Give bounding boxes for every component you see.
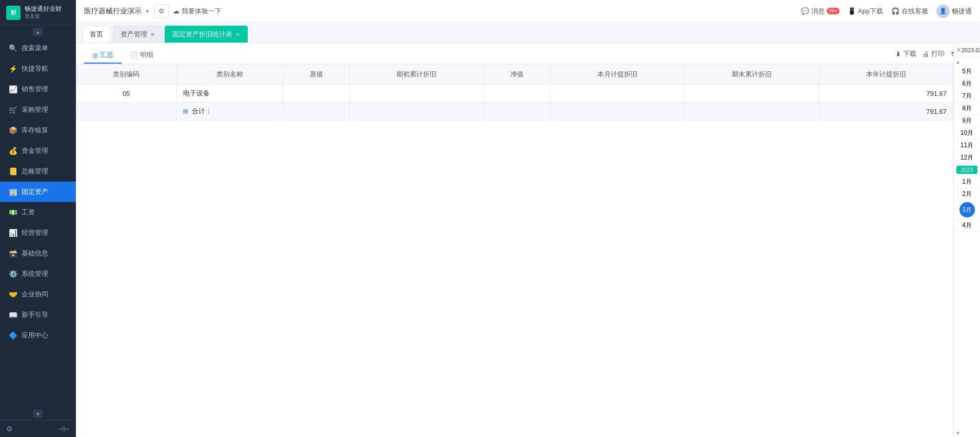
customer-service-button[interactable]: 🎧 在线客服 (891, 7, 928, 16)
sidebar-item-label: 销售管理 (22, 85, 48, 94)
total-annual-depr: 791.67 (819, 103, 953, 121)
sidebar-item-label: 基础信息 (22, 249, 48, 258)
cell-name: 电子设备 (176, 85, 283, 103)
app-logo-text: 畅捷通好业财 (25, 5, 62, 13)
sidebar-item-guide[interactable]: 📖 新手引导 (0, 305, 76, 325)
sidebar-item-management[interactable]: 📊 经营管理 (0, 223, 76, 243)
headset-icon: 🎧 (891, 7, 899, 15)
col-header-code: 类别编码 (76, 65, 177, 85)
topbar-gear-button[interactable]: ⚙ (154, 4, 169, 18)
sidebar-item-salary[interactable]: 💵 工资 (0, 202, 76, 223)
print-button[interactable]: 🖨 打印 (923, 49, 945, 58)
current-month-badge[interactable]: 3月 (959, 202, 975, 217)
sidebar-item-purchase[interactable]: 🛒 采购管理 (0, 100, 76, 120)
date-month-12[interactable]: 12月 (954, 152, 980, 164)
sidebar-item-label: 系统管理 (22, 269, 48, 279)
notification-button[interactable]: 💬 消息 99+ (801, 7, 839, 16)
sidebar-item-apps[interactable]: 🔷 应用中心 (0, 325, 76, 346)
notification-icon: 💬 (801, 7, 809, 15)
sidebar-item-search[interactable]: 🔍 搜索菜单 (0, 38, 76, 58)
date-month-8[interactable]: 8月 (954, 103, 980, 115)
topbar: 医疗器械行业演示 ▼ ⚙ ☁ 我要体验一下 💬 消息 99+ 📱 App下载 (76, 0, 980, 23)
total-end-accum (685, 103, 819, 121)
date-month-11[interactable]: 11月 (954, 140, 980, 152)
guide-icon: 📖 (8, 310, 17, 320)
date-month-10[interactable]: 10月 (954, 127, 980, 140)
sidebar-item-label: 搜索菜单 (22, 44, 48, 53)
sidebar-item-label: 应用中心 (22, 331, 48, 340)
experience-button[interactable]: ☁ 我要体验一下 (173, 7, 222, 16)
sidebar-item-label: 经营管理 (22, 228, 48, 237)
app-download-label: App下载 (858, 7, 883, 16)
user-name: 畅捷通 (952, 7, 972, 16)
inventory-icon: 📦 (8, 126, 17, 135)
app-download-button[interactable]: 📱 App下载 (848, 7, 883, 16)
col-header-annual-depr: 本年计提折旧 (819, 65, 953, 85)
sub-tabs: ◎ 汇总 📄 明细 ⬇ 下载 🖨 打印 ↻ (76, 43, 980, 64)
date-panel: ✕ 2023.03 ⤢ ▲ 5月 6月 7月 8月 9月 10月 11月 12月… (953, 43, 980, 437)
cloud-icon: ☁ (173, 7, 179, 15)
tab-depreciation-close[interactable]: ✕ (235, 31, 240, 38)
date-month-5[interactable]: 5月 (954, 66, 980, 78)
download-label: 下载 (903, 49, 916, 58)
cell-code: 05 (76, 85, 177, 103)
total-empty (76, 103, 177, 121)
user-menu[interactable]: 👤 畅捷通 (936, 5, 972, 18)
app-logo-icon: 财 (6, 6, 21, 20)
sidebar-menu: 🔍 搜索菜单 ⚡ 快捷导航 📈 销售管理 🛒 采购管理 📦 库存核算 💰 资金管… (0, 38, 76, 408)
date-list: 5月 6月 7月 8月 9月 10月 11月 12月 2023 1月 2月 3月 (954, 66, 980, 429)
col-header-original: 原值 (283, 65, 350, 85)
sidebar-item-basic-info[interactable]: 🗃️ 基础信息 (0, 243, 76, 264)
date-month-2[interactable]: 2月 (954, 188, 980, 201)
date-month-4[interactable]: 4月 (954, 220, 980, 232)
col-header-end-accum: 期末累计折旧 (685, 65, 819, 85)
cell-initial-accum (349, 85, 484, 103)
sidebar-scroll-up[interactable]: ▲ (0, 26, 76, 38)
sidebar-item-label: 快捷导航 (22, 64, 48, 73)
download-button[interactable]: ⬇ 下载 (895, 49, 916, 58)
sidebar-footer: ⚙ ⊣⊢ (0, 420, 76, 437)
detail-tab-icon: 📄 (130, 51, 138, 59)
sidebar-item-sales[interactable]: 📈 销售管理 (0, 79, 76, 100)
date-month-9[interactable]: 9月 (954, 115, 980, 127)
tab-asset-mgmt[interactable]: 资产管理 ✕ (113, 26, 163, 43)
date-nav-up[interactable]: ▲ (954, 57, 962, 66)
sidebar-scroll-down[interactable]: ▼ (0, 408, 76, 420)
purchase-icon: 🛒 (8, 105, 17, 114)
tab-bar: 首页 资产管理 ✕ 固定资产折旧统计表 ✕ (76, 23, 980, 43)
sidebar-item-fixed-assets[interactable]: 🏢 固定资产 (0, 182, 76, 202)
date-month-6[interactable]: 6月 (954, 78, 980, 90)
date-panel-close[interactable]: ✕ (956, 46, 962, 54)
cell-annual-depr: 791.67 (819, 85, 953, 103)
scroll-up-button[interactable]: ▲ (33, 28, 43, 36)
date-year-badge[interactable]: 2023 (954, 164, 980, 176)
date-month-1[interactable]: 1月 (954, 176, 980, 188)
sub-tab-detail[interactable]: 📄 明细 (122, 47, 162, 64)
tab-home[interactable]: 首页 (82, 26, 111, 43)
cell-monthly-depr (550, 85, 685, 103)
sidebar-item-label: 工资 (22, 208, 35, 217)
summary-tab-icon: ◎ (92, 51, 98, 59)
table-row[interactable]: 05 电子设备 791.67 (76, 85, 953, 103)
footer-collapse-icon[interactable]: ⊣⊢ (57, 425, 70, 433)
footer-settings-icon[interactable]: ⚙ (6, 425, 13, 433)
sidebar-item-label: 总账管理 (22, 167, 48, 176)
sidebar-item-system[interactable]: ⚙️ 系统管理 (0, 264, 76, 284)
company-selector[interactable]: 医疗器械行业演示 ▼ (84, 7, 150, 16)
sub-tab-summary[interactable]: ◎ 汇总 (84, 47, 122, 64)
tab-asset-mgmt-close[interactable]: ✕ (150, 31, 155, 38)
company-name: 医疗器械行业演示 (84, 7, 142, 16)
date-nav-down[interactable]: ▼ (954, 429, 962, 437)
sidebar-item-coop[interactable]: 🤝 企业协同 (0, 284, 76, 305)
tab-depreciation[interactable]: 固定资产折旧统计表 ✕ (165, 26, 248, 43)
sidebar-item-funds[interactable]: 💰 资金管理 (0, 141, 76, 161)
table-wrapper: 类别编码 类别名称 原值 期初累计折旧 净值 本月计提折旧 期末累计折旧 本年计… (76, 64, 953, 437)
sidebar-item-label: 资金管理 (22, 146, 48, 155)
sidebar-item-ledger[interactable]: 📒 总账管理 (0, 161, 76, 182)
scroll-down-button[interactable]: ▼ (33, 410, 43, 418)
basic-info-icon: 🗃️ (8, 249, 17, 258)
date-month-current[interactable]: 3月 (954, 201, 980, 220)
sidebar-item-inventory[interactable]: 📦 库存核算 (0, 120, 76, 141)
sidebar-item-quicknav[interactable]: ⚡ 快捷导航 (0, 58, 76, 79)
date-month-7[interactable]: 7月 (954, 90, 980, 103)
